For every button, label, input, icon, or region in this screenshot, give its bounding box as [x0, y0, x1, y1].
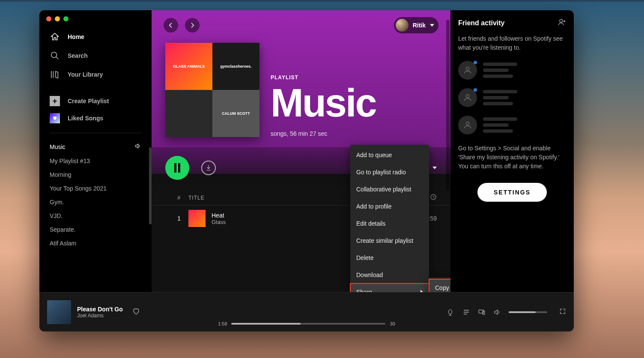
- friend-activity-title: Friend activity: [458, 19, 504, 27]
- minimize-window-button[interactable]: [55, 16, 60, 21]
- main-content: Ritik GLASS ANIMALS gymclassheroes. CALU…: [152, 10, 450, 292]
- svg-point-6: [466, 67, 469, 70]
- avatar: [396, 19, 408, 32]
- back-button[interactable]: [164, 18, 178, 33]
- friend-placeholder: [458, 116, 566, 134]
- now-playing-art[interactable]: [47, 300, 71, 324]
- playlist-item-label: Separate.: [50, 226, 76, 233]
- svg-point-5: [560, 19, 563, 22]
- friend-placeholder: [458, 88, 566, 107]
- svg-point-7: [466, 95, 469, 98]
- svg-point-0: [51, 52, 57, 58]
- ctx-copy-link[interactable]: Copy link to playlist: [429, 279, 450, 292]
- app-window: Home Search Your Library +: [39, 10, 574, 331]
- ctx-delete[interactable]: Delete: [350, 249, 429, 266]
- ctx-add-profile[interactable]: Add to profile: [350, 198, 429, 215]
- playlist-context-menu: Add to queue Go to playlist radio Collab…: [350, 145, 429, 292]
- playlist-item-label: Morning: [50, 171, 72, 178]
- download-button[interactable]: [201, 161, 216, 175]
- lyrics-button[interactable]: [447, 308, 455, 316]
- playlist-item[interactable]: VJD.: [43, 209, 148, 223]
- playlist-item[interactable]: Separate.: [43, 223, 148, 236]
- ctx-add-to-queue[interactable]: Add to queue: [350, 146, 429, 164]
- chevron-down-icon: [432, 167, 437, 169]
- settings-button[interactable]: SETTINGS: [477, 183, 547, 202]
- nav-library[interactable]: Your Library: [43, 65, 148, 84]
- ctx-edit-details[interactable]: Edit details: [350, 215, 429, 232]
- playlist-cover: GLASS ANIMALS gymclassheroes. CALUM SCOT…: [165, 43, 259, 137]
- playlist-item-label: Gym.: [50, 199, 64, 206]
- forward-button[interactable]: [185, 18, 200, 33]
- user-menu-button[interactable]: Ritik: [394, 17, 438, 33]
- playlist-item-label: My Playlist #13: [50, 158, 90, 164]
- playlist-item[interactable]: Your Top Songs 2021: [43, 182, 148, 195]
- ctx-share[interactable]: Share: [350, 283, 429, 292]
- ctx-playlist-radio[interactable]: Go to playlist radio: [350, 164, 429, 181]
- fullscreen-button[interactable]: [559, 308, 566, 316]
- playlist-item-label: Atif Aslam: [50, 240, 76, 247]
- elapsed-time: 1:58: [218, 321, 227, 326]
- volume-slider[interactable]: [509, 311, 547, 313]
- share-submenu: Copy link to playlist Embed playlist: [429, 277, 450, 292]
- track-number: 1: [172, 215, 181, 222]
- plus-icon: +: [50, 96, 60, 106]
- queue-button[interactable]: [462, 308, 470, 316]
- like-track-button[interactable]: [132, 307, 140, 317]
- cover-quadrant: CALUM SCOTT: [212, 90, 259, 137]
- clock-icon: [430, 194, 437, 200]
- search-icon: [50, 51, 60, 61]
- svg-line-1: [56, 57, 59, 60]
- volume-button[interactable]: [493, 308, 501, 316]
- playlist-item[interactable]: Music: [43, 139, 148, 154]
- playlist-type-label: PLAYLIST: [271, 75, 376, 81]
- nav-search[interactable]: Search: [43, 46, 148, 65]
- playlist-item-label: Music: [50, 143, 66, 150]
- ctx-collaborative[interactable]: Collaborative playlist: [350, 181, 429, 198]
- pause-icon: [174, 163, 180, 173]
- total-time: 30: [390, 321, 395, 326]
- cover-quadrant: [165, 90, 212, 137]
- heart-icon: [50, 113, 60, 123]
- create-playlist-button[interactable]: + Create Playlist: [43, 92, 148, 110]
- now-playing-artist[interactable]: Joel Adams: [77, 313, 123, 319]
- nav-home-label: Home: [68, 33, 84, 40]
- avatar-placeholder-icon: [458, 88, 477, 107]
- library-icon: [50, 69, 60, 80]
- devices-button[interactable]: [478, 308, 486, 316]
- add-friend-button[interactable]: [558, 18, 566, 28]
- cover-quadrant: GLASS ANIMALS: [165, 43, 212, 90]
- create-playlist-label: Create Playlist: [68, 98, 109, 104]
- avatar-placeholder-icon: [458, 61, 477, 80]
- now-playing-title[interactable]: Please Don't Go: [77, 306, 123, 313]
- playlist-item-label: Your Top Songs 2021: [50, 185, 107, 192]
- liked-songs-button[interactable]: Liked Songs: [43, 110, 148, 127]
- playlist-item[interactable]: My Playlist #13: [43, 154, 148, 168]
- playlist-item[interactable]: Gym.: [43, 195, 148, 209]
- chevron-right-icon: [420, 290, 423, 292]
- close-window-button[interactable]: [46, 16, 51, 21]
- friend-activity-desc: Let friends and followers on Spotify see…: [458, 34, 566, 52]
- friend-placeholder: [458, 61, 566, 80]
- playlist-title: Music: [271, 83, 376, 122]
- main-scrollbar[interactable]: [446, 20, 450, 191]
- ctx-download[interactable]: Download: [350, 266, 429, 283]
- ctx-create-similar[interactable]: Create similar playlist: [350, 232, 429, 249]
- friend-activity-help: Go to Settings > Social and enable 'Shar…: [458, 144, 566, 171]
- play-pause-button[interactable]: [165, 156, 189, 180]
- speaker-icon: [134, 143, 141, 151]
- playlist-item[interactable]: Atif Aslam: [43, 236, 148, 250]
- playlist-stats: songs, 56 min 27 sec: [271, 130, 376, 137]
- liked-songs-label: Liked Songs: [68, 115, 103, 122]
- maximize-window-button[interactable]: [63, 16, 69, 21]
- playlist-item[interactable]: Morning: [43, 168, 148, 182]
- now-playing-bar: Please Don't Go Joel Adams 1:58 30: [39, 292, 574, 331]
- nav-home[interactable]: Home: [43, 27, 148, 46]
- cover-quadrant: gymclassheroes.: [212, 43, 259, 90]
- friend-activity-panel: Friend activity Let friends and follower…: [450, 10, 574, 292]
- col-number: #: [172, 195, 181, 201]
- nav-search-label: Search: [68, 52, 88, 59]
- user-name-label: Ritik: [413, 22, 426, 29]
- sidebar-divider: [50, 133, 141, 133]
- svg-point-8: [466, 122, 469, 125]
- progress-bar[interactable]: [232, 323, 386, 325]
